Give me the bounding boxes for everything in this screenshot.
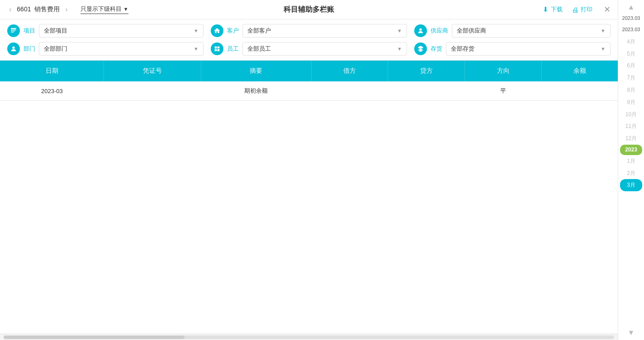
- svg-rect-9: [218, 49, 220, 52]
- timeline-item-7[interactable]: 7月: [618, 72, 644, 84]
- filter-employee: 员工 全部员工 ▼: [211, 42, 407, 56]
- close-btn[interactable]: ✕: [604, 5, 611, 14]
- timeline-item-8[interactable]: 8月: [618, 84, 644, 96]
- timeline-item-2023-03-start[interactable]: 2023.03: [618, 13, 644, 24]
- supplier-label: 供应商: [431, 27, 448, 35]
- horizontal-scrollbar[interactable]: [0, 334, 618, 340]
- supplier-select[interactable]: 全部供应商 ▼: [452, 24, 611, 38]
- timeline-item-5[interactable]: 5月: [618, 48, 644, 60]
- department-label: 部门: [24, 45, 35, 53]
- show-sub-chevron-icon: ▼: [123, 6, 128, 12]
- timeline-item-11[interactable]: 11月: [618, 120, 644, 132]
- svg-rect-0: [11, 28, 16, 29]
- timeline-item-12[interactable]: 12月: [618, 132, 644, 145]
- col-balance: 余额: [542, 61, 618, 81]
- inventory-select[interactable]: 全部存货 ▼: [446, 42, 611, 56]
- project-chevron-icon: ▼: [194, 28, 199, 33]
- filter-row-2: 部门 全部部门 ▼ 员工 全部员工: [7, 42, 611, 56]
- col-voucher: 凭证号: [104, 61, 201, 81]
- customer-select[interactable]: 全部客户 ▼: [242, 24, 407, 38]
- show-sub-toggle[interactable]: 只显示下级科目 ▼: [80, 5, 128, 14]
- department-select[interactable]: 全部部门 ▼: [39, 42, 204, 56]
- project-icon: [7, 24, 20, 37]
- timeline-item-3-active[interactable]: 3月: [620, 179, 642, 191]
- filter-supplier: 供应商 全部供应商 ▼: [414, 24, 611, 38]
- timeline-item-1[interactable]: 1月: [618, 155, 644, 167]
- inventory-label: 存货: [431, 45, 442, 53]
- employee-label: 员工: [227, 45, 239, 53]
- inventory-chevron-icon: ▼: [601, 46, 606, 52]
- svg-rect-2: [11, 31, 15, 31]
- timeline-item-2023-03-end[interactable]: 2023.03: [618, 24, 644, 35]
- cell-date: 2023-03: [0, 81, 104, 101]
- cell-voucher: [104, 81, 201, 101]
- timeline-panel: ▲ 2023.03 2023.03 4月 5月 6月 7月 8月 9月 10月 …: [618, 0, 644, 340]
- supplier-icon: [414, 24, 427, 37]
- page-title: 科目辅助多栏账: [284, 5, 334, 14]
- timeline-item-6[interactable]: 6月: [618, 60, 644, 72]
- svg-point-5: [12, 47, 14, 49]
- project-label: 项目: [24, 27, 35, 35]
- svg-rect-7: [218, 47, 220, 49]
- col-date: 日期: [0, 61, 104, 81]
- filter-area: 项目 全部项目 ▼ 客户 全部客户 ▼: [0, 19, 618, 61]
- timeline-item-4[interactable]: 4月: [618, 36, 644, 48]
- top-actions: ⬇ 下载 🖨 打印: [543, 5, 611, 14]
- table-header-row: 日期 凭证号 摘要 借方 贷方 方向 余额: [0, 61, 618, 81]
- cell-summary: 期初余额: [201, 81, 312, 101]
- col-credit: 贷方: [388, 61, 465, 81]
- timeline-down-arrow[interactable]: ▼: [626, 327, 637, 338]
- project-select[interactable]: 全部项目 ▼: [39, 24, 204, 38]
- supplier-chevron-icon: ▼: [601, 28, 606, 33]
- filter-row-1: 项目 全部项目 ▼ 客户 全部客户 ▼: [7, 24, 611, 38]
- customer-label: 客户: [227, 27, 239, 35]
- filter-customer: 客户 全部客户 ▼: [211, 24, 407, 38]
- print-btn[interactable]: 🖨 打印: [572, 5, 592, 14]
- svg-rect-1: [11, 29, 16, 30]
- top-bar: ‹ 6601 销售费用 › 只显示下级科目 ▼ 科目辅助多栏账 ⬇ 下载 🖨 打…: [0, 0, 618, 19]
- table-container: 日期 凭证号 摘要 借方 贷方 方向 余额 2023-03 期初余额 平: [0, 61, 618, 340]
- customer-chevron-icon: ▼: [397, 28, 402, 33]
- col-direction: 方向: [465, 61, 542, 81]
- department-chevron-icon: ▼: [194, 46, 199, 52]
- col-debit: 借方: [311, 61, 388, 81]
- account-code: 6601 销售费用: [17, 5, 60, 14]
- cell-credit: [388, 81, 465, 101]
- timeline-up-arrow[interactable]: ▲: [626, 2, 637, 13]
- timeline-year-2023[interactable]: 2023: [620, 145, 642, 155]
- filter-department: 部门 全部部门 ▼: [7, 42, 204, 56]
- svg-rect-8: [215, 49, 217, 52]
- employee-icon: [211, 42, 223, 55]
- department-icon: [7, 42, 20, 55]
- customer-icon: [211, 24, 223, 37]
- employee-chevron-icon: ▼: [397, 46, 402, 52]
- filter-inventory: 存货 全部存货 ▼: [414, 42, 611, 56]
- cell-direction: 平: [465, 81, 542, 101]
- inventory-icon: [414, 42, 427, 55]
- col-summary: 摘要: [201, 61, 312, 81]
- print-icon: 🖨: [572, 6, 578, 14]
- table-row: 2023-03 期初余额 平: [0, 81, 618, 101]
- employee-select[interactable]: 全部员工 ▼: [242, 42, 407, 56]
- data-table: 日期 凭证号 摘要 借方 贷方 方向 余额 2023-03 期初余额 平: [0, 61, 618, 101]
- filter-project: 项目 全部项目 ▼: [7, 24, 204, 38]
- cell-debit: [311, 81, 388, 101]
- svg-point-4: [419, 28, 421, 31]
- download-btn[interactable]: ⬇ 下载: [543, 5, 563, 14]
- svg-rect-3: [11, 32, 14, 33]
- svg-rect-6: [215, 47, 217, 49]
- timeline-item-9[interactable]: 9月: [618, 96, 644, 109]
- next-account-btn[interactable]: ›: [63, 5, 69, 14]
- timeline-item-2[interactable]: 2月: [618, 167, 644, 179]
- cell-balance: [542, 81, 618, 101]
- prev-account-btn[interactable]: ‹: [7, 5, 13, 14]
- download-icon: ⬇: [543, 5, 549, 14]
- timeline-item-10[interactable]: 10月: [618, 109, 644, 121]
